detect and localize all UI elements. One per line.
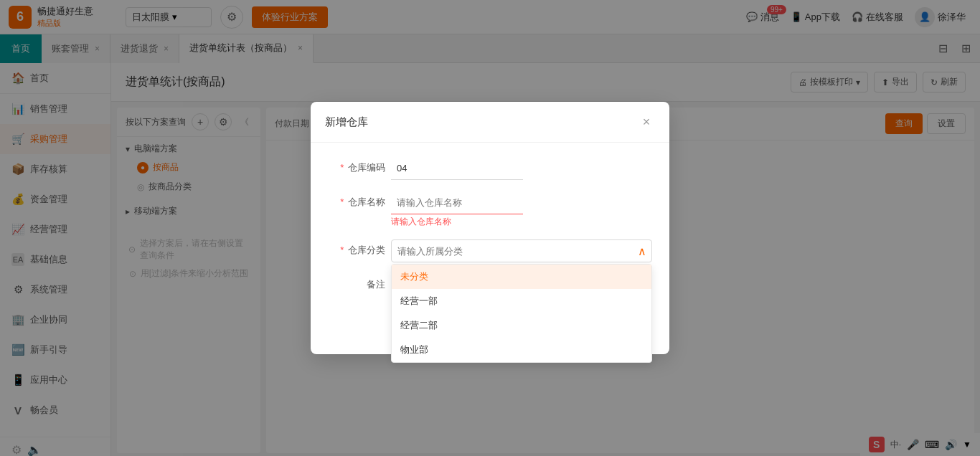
category-dropdown: 未分类 经营一部 经营二部 物业部 bbox=[391, 264, 652, 363]
category-select-wrap: ∧ 未分类 经营一部 经营二部 物业部 bbox=[391, 239, 652, 262]
name-error-message: 请输入仓库名称 bbox=[391, 216, 652, 228]
code-label: * 仓库编码 bbox=[328, 157, 385, 174]
modal-overlay: 新增仓库 × * 仓库编码 * 仓库名称 bbox=[0, 0, 980, 456]
code-input-wrap bbox=[391, 157, 652, 180]
dialog-header: 新增仓库 × bbox=[311, 102, 669, 143]
code-input[interactable] bbox=[391, 157, 523, 180]
dialog-title: 新增仓库 bbox=[325, 115, 368, 129]
category-input[interactable] bbox=[391, 239, 652, 262]
name-row: * 仓库名称 请输入仓库名称 bbox=[328, 191, 652, 228]
name-input[interactable] bbox=[391, 191, 523, 214]
dialog-close-button[interactable]: × bbox=[638, 113, 655, 130]
add-warehouse-dialog: 新增仓库 × * 仓库编码 * 仓库名称 bbox=[311, 102, 669, 354]
code-row: * 仓库编码 bbox=[328, 157, 652, 180]
dropdown-item-uncategorized[interactable]: 未分类 bbox=[392, 265, 651, 289]
category-toggle-icon[interactable]: ∧ bbox=[638, 244, 646, 258]
remark-label: 备注 bbox=[328, 274, 385, 291]
dialog-body: * 仓库编码 * 仓库名称 请输入仓库名称 bbox=[311, 143, 669, 297]
dropdown-item-dept1[interactable]: 经营一部 bbox=[392, 289, 651, 313]
dropdown-item-property[interactable]: 物业部 bbox=[392, 338, 651, 362]
dropdown-item-dept2[interactable]: 经营二部 bbox=[392, 313, 651, 338]
category-label: * 仓库分类 bbox=[328, 239, 385, 257]
category-row: * 仓库分类 ∧ 未分类 经营一部 经营二部 物业部 bbox=[328, 239, 652, 262]
name-label: * 仓库名称 bbox=[328, 191, 385, 209]
name-input-wrap: 请输入仓库名称 bbox=[391, 191, 652, 228]
